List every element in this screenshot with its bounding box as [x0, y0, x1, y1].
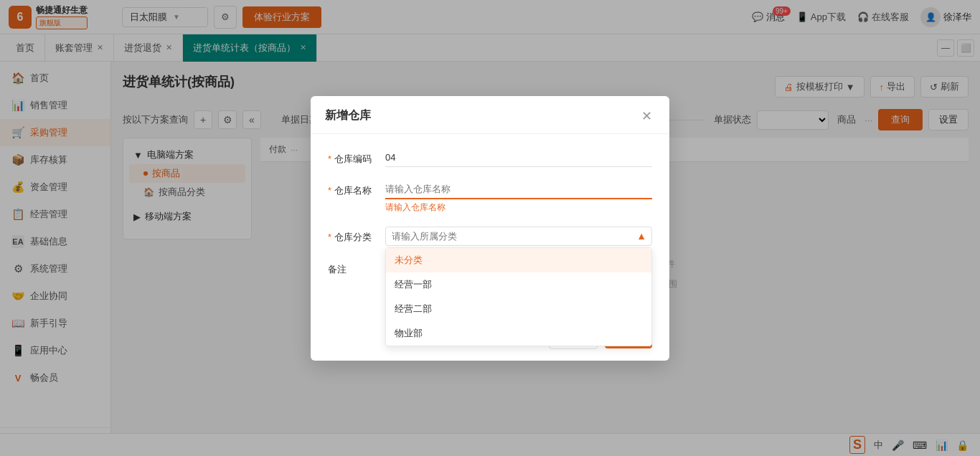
modal-close-btn[interactable]: ✕: [638, 108, 655, 125]
modal-overlay: 新增仓库 ✕ 仓库编码 仓库名称 请输入仓库名称 仓库分类: [0, 0, 980, 456]
name-input[interactable]: [385, 180, 652, 199]
dropdown-item-3[interactable]: 物业部: [386, 321, 651, 346]
form-item-category: 仓库分类 ▲ 未分类 经营一部 经营二部 物业部: [328, 227, 652, 246]
modal-header: 新增仓库 ✕: [311, 96, 669, 134]
dropdown-item-1[interactable]: 经营一部: [386, 272, 651, 297]
category-label: 仓库分类: [328, 227, 385, 244]
modal-body: 仓库编码 仓库名称 请输入仓库名称 仓库分类 ▲: [311, 134, 669, 318]
category-dropdown: 未分类 经营一部 经营二部 物业部: [385, 247, 652, 346]
name-control: 请输入仓库名称: [385, 180, 652, 214]
code-input[interactable]: [385, 148, 652, 167]
category-input[interactable]: [385, 227, 652, 246]
dropdown-item-2[interactable]: 经营二部: [386, 297, 651, 321]
code-label: 仓库编码: [328, 148, 385, 166]
category-control: ▲ 未分类 经营一部 经营二部 物业部: [385, 227, 652, 246]
code-control: [385, 148, 652, 167]
modal-title: 新增仓库: [325, 108, 371, 123]
dropdown-item-0[interactable]: 未分类: [386, 248, 651, 272]
category-select-wrapper: ▲: [385, 227, 652, 246]
add-warehouse-modal: 新增仓库 ✕ 仓库编码 仓库名称 请输入仓库名称 仓库分类: [311, 96, 669, 361]
form-item-code: 仓库编码: [328, 148, 652, 167]
note-label: 备注: [328, 259, 385, 276]
name-error-msg: 请输入仓库名称: [385, 201, 652, 214]
form-item-name: 仓库名称 请输入仓库名称: [328, 180, 652, 214]
name-label: 仓库名称: [328, 180, 385, 197]
